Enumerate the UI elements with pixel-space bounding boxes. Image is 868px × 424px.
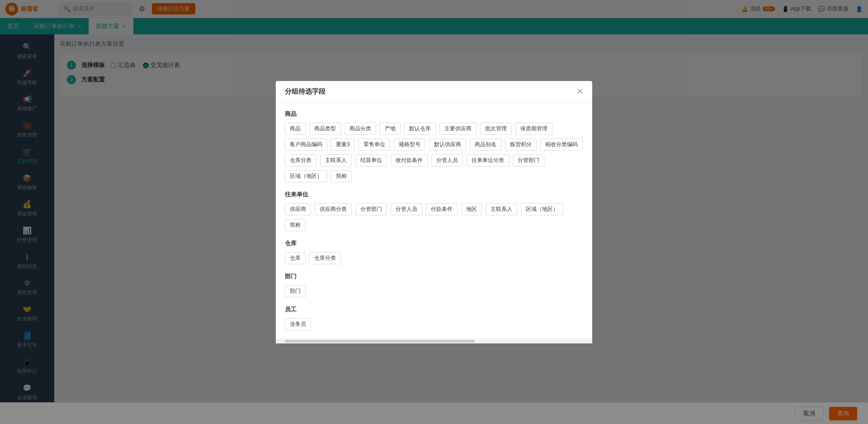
field-tag[interactable]: 商品别名 xyxy=(470,138,501,151)
field-tag[interactable]: 默认仓库 xyxy=(404,123,436,135)
field-tag[interactable]: 商品 xyxy=(285,123,306,135)
field-tag[interactable]: 炼货积分 xyxy=(505,138,537,151)
field-tag[interactable]: 分管人员 xyxy=(391,203,422,215)
section-department-title: 部门 xyxy=(285,272,583,281)
field-tag[interactable]: 税收分类编码 xyxy=(540,138,583,151)
section-warehouse: 仓库 仓库 仓库分类 xyxy=(285,239,583,264)
field-tag[interactable]: 供应商 xyxy=(285,203,311,215)
field-tag[interactable]: 往来单位分类 xyxy=(467,154,509,167)
field-tag[interactable]: 收付款条件 xyxy=(391,154,428,167)
section-warehouse-tags: 仓库 仓库分类 xyxy=(285,252,583,264)
section-department-tags: 部门 xyxy=(285,285,583,297)
field-tag[interactable]: 批次管理 xyxy=(480,123,512,135)
section-partner-title: 往来单位 xyxy=(285,191,583,199)
field-tag[interactable]: 重量3 xyxy=(331,138,355,151)
field-tag[interactable]: 区域（地区） xyxy=(521,203,563,215)
section-employee-title: 员工 xyxy=(285,305,583,314)
section-goods: 商品 商品 商品类型 商品分类 产地 默认仓库 主要供应商 批次管理 保质期管理… xyxy=(285,110,583,182)
field-tag[interactable]: 规格型号 xyxy=(394,138,425,151)
hscroll-thumb xyxy=(285,340,475,343)
section-partner: 往来单位 供应商 供应商分类 分管部门 分管人员 付款条件 地区 主联系人 区域… xyxy=(285,191,583,231)
field-tag[interactable]: 商品类型 xyxy=(309,123,341,135)
field-tag[interactable]: 产地 xyxy=(380,123,401,135)
field-tag[interactable]: 区域（地区） xyxy=(285,170,327,182)
field-tag[interactable]: 供应商分类 xyxy=(315,203,352,215)
field-tag[interactable]: 分管人员 xyxy=(431,154,463,167)
section-partner-tags: 供应商 供应商分类 分管部门 分管人员 付款条件 地区 主联系人 区域（地区） … xyxy=(285,203,583,231)
field-tag[interactable]: 主联系人 xyxy=(486,203,517,215)
field-tag[interactable]: 分管部门 xyxy=(355,203,387,215)
field-tag[interactable]: 仓库分类 xyxy=(285,154,316,167)
section-goods-tags: 商品 商品类型 商品分类 产地 默认仓库 主要供应商 批次管理 保质期管理 客户… xyxy=(285,123,583,182)
field-tag[interactable]: 仓库 xyxy=(285,252,306,264)
field-tag[interactable]: 默认供应商 xyxy=(429,138,466,151)
field-tag[interactable]: 仓库分类 xyxy=(309,252,341,264)
field-tag[interactable]: 业务员 xyxy=(285,318,311,330)
modal-body: 商品 商品 商品类型 商品分类 产地 默认仓库 主要供应商 批次管理 保质期管理… xyxy=(276,103,592,339)
section-warehouse-title: 仓库 xyxy=(285,239,583,248)
modal-header: 分组待选字段 ✕ xyxy=(276,81,592,103)
section-goods-title: 商品 xyxy=(285,110,583,118)
modal-close-button[interactable]: ✕ xyxy=(576,87,583,95)
field-tag[interactable]: 保质期管理 xyxy=(515,123,552,135)
section-employee: 员工 业务员 xyxy=(285,305,583,330)
field-tag[interactable]: 结算单位 xyxy=(355,154,387,167)
field-tag[interactable]: 商品分类 xyxy=(344,123,376,135)
section-employee-tags: 业务员 xyxy=(285,318,583,330)
modal-title: 分组待选字段 xyxy=(285,87,326,96)
modal-horizontal-scrollbar[interactable] xyxy=(276,339,592,343)
field-tag[interactable]: 客户商品编码 xyxy=(285,138,327,151)
section-department: 部门 部门 xyxy=(285,272,583,297)
field-tag[interactable]: 付款条件 xyxy=(426,203,458,215)
field-tag[interactable]: 主要供应商 xyxy=(439,123,476,135)
field-tag[interactable]: 简称 xyxy=(285,219,306,231)
field-select-modal: 分组待选字段 ✕ 商品 商品 商品类型 商品分类 产地 默认仓库 主要供应商 批… xyxy=(276,81,592,343)
field-tag[interactable]: 地区 xyxy=(461,203,482,215)
field-tag[interactable]: 零售单位 xyxy=(359,138,390,151)
field-tag[interactable]: 分管部门 xyxy=(513,154,544,167)
field-tag[interactable]: 部门 xyxy=(285,285,306,297)
field-tag[interactable]: 简称 xyxy=(331,170,352,182)
field-tag[interactable]: 主联系人 xyxy=(320,154,352,167)
